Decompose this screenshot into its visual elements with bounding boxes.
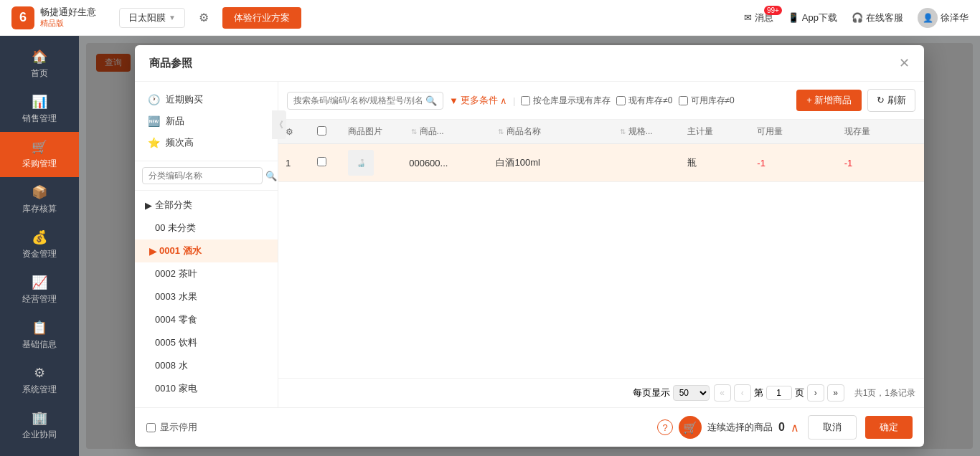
select-all-checkbox[interactable] <box>317 126 326 136</box>
page-size-label: 每页显示 <box>633 386 670 399</box>
col-spec-header[interactable]: ⇅ 规格... <box>611 120 680 144</box>
sidebar-item-guide[interactable]: 🎯 新手引导 <box>0 448 79 456</box>
service-label: 在线客服 <box>866 11 903 24</box>
prev-page-button[interactable]: ‹ <box>734 384 751 402</box>
star-icon: ⭐ <box>148 137 160 148</box>
cat-snacks[interactable]: 0004 零食 <box>135 308 278 331</box>
col-name-sort-icon: ⇅ <box>498 128 504 136</box>
product-search-icon[interactable]: 🔍 <box>425 95 437 106</box>
page-unit: 页 <box>795 386 804 399</box>
messages-button[interactable]: ✉ 消息 99+ <box>744 11 773 24</box>
user-avatar[interactable]: 👤 徐泽华 <box>918 8 969 28</box>
cta-button[interactable]: 体验行业方案 <box>222 7 301 29</box>
sidebar-item-purchase[interactable]: 🛒 采购管理 <box>0 132 79 177</box>
page-size-selector: 每页显示 50 100 200 <box>633 385 710 401</box>
left-panel: 《 🕐 近期购买 🆕 新品 ⭐ <box>135 82 278 407</box>
checkbox-available-stock[interactable]: 可用库存≠0 <box>679 95 735 107</box>
new-icon: 🆕 <box>148 115 160 127</box>
cat-water[interactable]: 0008 水 <box>135 354 278 377</box>
cat-uncategorized[interactable]: 00 未分类 <box>135 217 278 239</box>
product-search-box[interactable]: 🔍 <box>287 92 443 110</box>
checkbox-available-stock-input[interactable] <box>679 96 688 105</box>
row-spec <box>611 144 680 182</box>
sidebar-item-enterprise[interactable]: 🏢 企业协同 <box>0 403 79 448</box>
col-code-header[interactable]: ⇅ 商品... <box>402 120 489 144</box>
quick-actions: 🕐 近期购买 🆕 新品 ⭐ 频次高 <box>135 89 278 161</box>
confirm-button[interactable]: 确定 <box>865 416 913 439</box>
sidebar-item-home[interactable]: 🏠 首页 <box>0 42 79 87</box>
cat-drinks[interactable]: 0005 饮料 <box>135 331 278 354</box>
last-page-button[interactable]: » <box>827 384 844 402</box>
app-download-button[interactable]: 📱 App下载 <box>788 11 837 24</box>
page-number-input[interactable] <box>766 386 792 400</box>
refresh-button[interactable]: ↻ 刷新 <box>867 89 915 112</box>
sidebar-item-basics[interactable]: 📋 基础信息 <box>0 313 79 358</box>
store-selector[interactable]: 日太阳膜 ▼ <box>119 8 185 28</box>
sidebar-item-operations[interactable]: 📈 经营管理 <box>0 267 79 313</box>
row-checkbox-cell[interactable] <box>310 144 341 182</box>
col-code-sort-icon: ⇅ <box>411 128 417 136</box>
cancel-button[interactable]: 取消 <box>808 415 857 440</box>
help-icon[interactable]: ? <box>657 419 673 435</box>
checkbox-nonzero-stock-label: 现有库存≠0 <box>628 95 672 107</box>
col-name-header[interactable]: ⇅ 商品名称 <box>489 120 611 144</box>
page-size-select[interactable]: 50 100 200 <box>673 385 710 401</box>
product-reference-modal: 商品参照 ✕ 《 🕐 近期购买 🆕 <box>135 45 924 447</box>
quick-frequent[interactable]: ⭐ 频次高 <box>142 132 270 153</box>
app-label: App下载 <box>802 11 837 24</box>
sidebar-item-system[interactable]: ⚙ 系统管理 <box>0 358 79 403</box>
cat-fruit[interactable]: 0003 水果 <box>135 285 278 308</box>
cat-liquor[interactable]: ▶ 0001 酒水 <box>135 239 278 262</box>
sidebar-item-sales[interactable]: 📊 销售管理 <box>0 87 79 132</box>
show-disabled-input[interactable] <box>146 423 156 432</box>
row-checkbox[interactable] <box>317 157 326 166</box>
quick-recent-purchase[interactable]: 🕐 近期购买 <box>142 89 270 110</box>
top-navigation: 6 畅捷通好生意 精品版 日太阳膜 ▼ ⚙ 体验行业方案 ✉ 消息 99+ 📱 … <box>0 0 980 36</box>
cat-drinks-label: 0005 饮料 <box>155 336 197 349</box>
basics-icon: 📋 <box>32 320 47 336</box>
quick-recent-label: 近期购买 <box>166 93 203 106</box>
cat-all-arrow: ▶ <box>145 200 152 211</box>
settings-icon[interactable]: ⚙ <box>192 6 215 29</box>
table-row[interactable]: 1 🍶 000600... 白酒100ml 瓶 <box>278 144 924 182</box>
cat-water-label: 0008 水 <box>155 359 188 372</box>
cat-liquor-arrow: ▶ <box>149 246 156 257</box>
cat-all[interactable]: ▶ 全部分类 <box>135 194 278 217</box>
checkbox-nonzero-stock-input[interactable] <box>616 96 626 105</box>
checkbox-warehouse-stock[interactable]: 按仓库显示现有库存 <box>521 95 611 107</box>
category-search-icon[interactable]: 🔍 <box>265 171 277 181</box>
online-service-button[interactable]: 🎧 在线客服 <box>852 11 903 24</box>
show-disabled-checkbox[interactable]: 显示停用 <box>146 421 197 434</box>
col-stock-header: 现存量 <box>837 120 924 144</box>
sidebar-item-inventory[interactable]: 📦 库存核算 <box>0 177 79 222</box>
filter-arrow: ∧ <box>500 95 507 106</box>
sidebar-label-operations: 经营管理 <box>22 293 57 305</box>
enterprise-icon: 🏢 <box>32 410 47 426</box>
col-available-header: 可用量 <box>750 120 837 144</box>
main-content: 查询 设置 刷新 商品参照 ✕ 《 <box>79 36 980 456</box>
next-page-button[interactable]: › <box>807 384 824 402</box>
checkbox-nonzero-stock[interactable]: 现有库存≠0 <box>616 95 672 107</box>
cart-button[interactable]: 🛒 <box>679 416 702 439</box>
quick-new-product[interactable]: 🆕 新品 <box>142 110 270 132</box>
first-page-button[interactable]: « <box>714 384 731 402</box>
username: 徐泽华 <box>941 11 969 24</box>
cat-appliances[interactable]: 0010 家电 <box>135 377 278 400</box>
add-product-button[interactable]: + 新增商品 <box>796 90 862 111</box>
sidebar-item-finance[interactable]: 💰 资金管理 <box>0 222 79 267</box>
col-code-label: 商品... <box>420 126 444 136</box>
purchase-icon: 🛒 <box>32 139 47 155</box>
product-search-input[interactable] <box>293 95 423 105</box>
filter-button[interactable]: ▼ 更多条件 ∧ <box>449 94 507 107</box>
checkbox-warehouse-stock-input[interactable] <box>521 96 530 105</box>
col-check[interactable] <box>310 120 341 144</box>
category-search-input[interactable] <box>142 167 263 184</box>
filter-separator: | <box>513 95 515 106</box>
sidebar-label-system: 系统管理 <box>22 384 57 396</box>
nav-right: ✉ 消息 99+ 📱 App下载 🎧 在线客服 👤 徐泽华 <box>744 8 969 28</box>
cat-tea[interactable]: 0002 茶叶 <box>135 262 278 285</box>
collapse-left-panel-button[interactable]: 《 <box>272 110 286 139</box>
modal-close-button[interactable]: ✕ <box>899 55 910 71</box>
collapse-cart-icon[interactable]: ∧ <box>791 421 799 434</box>
row-image-cell: 🍶 <box>341 144 402 182</box>
